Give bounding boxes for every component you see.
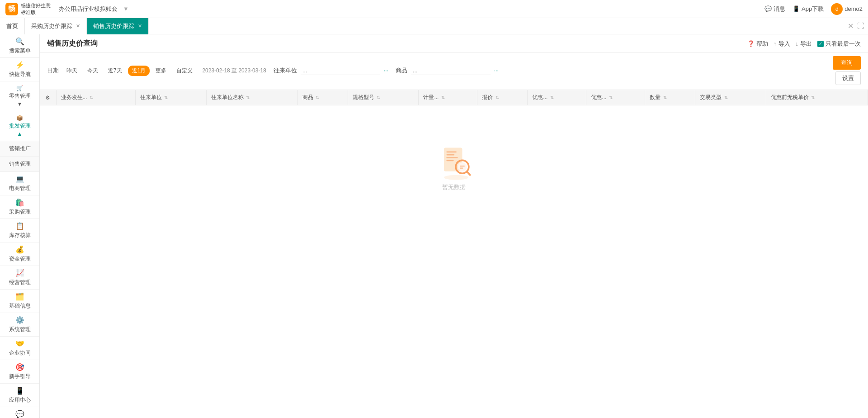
svg-rect-10 <box>460 168 463 169</box>
product-input[interactable] <box>411 66 491 75</box>
data-table: ⚙ 业务发生... ⇅ 往来单位 ⇅ 往来单位名称 ⇅ <box>40 90 868 105</box>
export-btn[interactable]: ↓ 导出 <box>796 40 812 48</box>
main-layout: 🔍 搜索菜单 ⚡ 快捷导航 🛒 零售管理 ▼ 📦 批发管理 ▲ 营销推广 销售管… <box>0 34 868 418</box>
import-btn[interactable]: ↑ 导入 <box>774 40 790 48</box>
avatar: d <box>831 3 843 15</box>
sidebar-item-fund-mgmt[interactable]: 💰 资金管理 <box>0 242 39 266</box>
maximize-icon[interactable]: ⛶ <box>857 22 864 30</box>
marketing-label: 营销推广 <box>9 145 31 152</box>
tab-home-label: 首页 <box>6 22 18 30</box>
basic-info-label: 基础信息 <box>9 302 31 310</box>
tab-sales-history-close-icon[interactable]: ✕ <box>138 23 142 29</box>
svg-line-8 <box>467 171 470 175</box>
tab-home[interactable]: 首页 <box>0 18 25 34</box>
sidebar-item-new-guide[interactable]: 🎯 新手引导 <box>0 360 39 384</box>
only-last-checkbox[interactable]: ✓ 只看最后一次 <box>817 40 861 48</box>
purchase-mgmt-icon: 🛍️ <box>15 198 24 207</box>
system-mgmt-icon: ⚙️ <box>15 316 24 324</box>
date-btn-more[interactable]: 更多 <box>151 66 170 76</box>
sidebar-item-enterprise-wechat[interactable]: 💬 企业微信 <box>0 407 39 418</box>
tab-purchase-history[interactable]: 采购历史价跟踪 ✕ <box>25 18 87 34</box>
date-btn-7days[interactable]: 近7天 <box>104 66 126 76</box>
sidebar-item-app-center[interactable]: 📱 应用中心 <box>0 384 39 407</box>
date-btn-today[interactable]: 今天 <box>83 66 102 76</box>
message-btn[interactable]: 💬 消息 <box>764 5 785 13</box>
dropdown-arrow-icon[interactable]: ▼ <box>123 5 129 12</box>
product-more-btn[interactable]: ··· <box>494 67 499 74</box>
sidebar-item-quick-nav[interactable]: ⚡ 快捷导航 <box>0 58 39 81</box>
ops-mgmt-icon: 📈 <box>15 269 24 277</box>
user-area[interactable]: d demo2 <box>831 3 863 15</box>
empty-text: 暂无数据 <box>442 183 466 191</box>
sidebar-item-ops-mgmt[interactable]: 📈 经营管理 <box>0 266 39 290</box>
th-pre-discount-price[interactable]: 优惠前无税单价 ⇅ <box>766 90 868 105</box>
enterprise-collab-label: 企业协同 <box>9 349 31 357</box>
top-bar-left: 畅 畅捷信好生意 标准版 办公用品行业模拟账套 ▼ <box>5 2 129 15</box>
new-guide-icon: 🎯 <box>15 363 24 371</box>
svg-point-7 <box>458 162 467 171</box>
th-spec[interactable]: 规格型号 ⇅ <box>348 90 419 105</box>
date-range-display: 2023-02-18 至 2023-03-18 <box>202 67 266 75</box>
th-product[interactable]: 商品 ⇅ <box>297 90 348 105</box>
th-gear[interactable]: ⚙ <box>40 90 56 105</box>
sort-arrows-quote: ⇅ <box>495 95 499 100</box>
sidebar-item-system-mgmt[interactable]: ⚙️ 系统管理 <box>0 313 39 337</box>
sort-arrows-spec: ⇅ <box>377 95 380 100</box>
th-biz-date[interactable]: 业务发生... ⇅ <box>56 90 136 105</box>
date-btn-yesterday[interactable]: 昨天 <box>62 66 81 76</box>
date-btn-custom[interactable]: 自定义 <box>172 66 197 76</box>
close-tab-icon[interactable]: ✕ <box>848 22 854 30</box>
th-unit[interactable]: 计量... ⇅ <box>419 90 477 105</box>
th-discount2[interactable]: 优惠... ⇅ <box>586 90 645 105</box>
sidebar-item-retail-mgmt[interactable]: 🛒 零售管理 ▼ <box>0 81 39 111</box>
sort-arrows-counterpart-name: ⇅ <box>246 95 250 100</box>
settings-btn[interactable]: 设置 <box>835 71 861 85</box>
gear-icon[interactable]: ⚙ <box>45 95 50 101</box>
top-bar-right: 💬 消息 📱 App下载 d demo2 <box>764 3 863 15</box>
logo-icon: 畅 <box>5 3 18 15</box>
sidebar-item-search-menu[interactable]: 🔍 搜索菜单 <box>0 34 39 58</box>
th-counterpart[interactable]: 往来单位 ⇅ <box>136 90 207 105</box>
tab-purchase-history-close-icon[interactable]: ✕ <box>76 23 80 29</box>
system-title: 办公用品行业模拟账套 <box>59 5 118 13</box>
sidebar-item-ecommerce-mgmt[interactable]: 💻 电商管理 <box>0 172 39 195</box>
th-discount1[interactable]: 优惠... ⇅ <box>528 90 586 105</box>
page-header: 销售历史价查询 ❓ 帮助 ↑ 导入 ↓ 导出 ✓ <box>40 34 868 52</box>
wholesale-mgmt-arrow: ▲ <box>17 131 23 137</box>
th-trade-type[interactable]: 交易类型 ⇅ <box>695 90 766 105</box>
th-qty[interactable]: 数量 ⇅ <box>645 90 695 105</box>
sidebar-item-wholesale-mgmt[interactable]: 📦 批发管理 ▲ <box>0 111 39 141</box>
help-btn[interactable]: ❓ 帮助 <box>747 40 768 48</box>
th-counterpart-name[interactable]: 往来单位名称 ⇅ <box>206 90 297 105</box>
tab-sales-history[interactable]: 销售历史价跟踪 ✕ <box>87 18 149 34</box>
th-trade-type-label: 交易类型 <box>700 94 722 100</box>
filter-area: 日期 昨天 今天 近7天 近1月 更多 自定义 2023-02-18 至 202… <box>40 52 868 90</box>
date-buttons: 昨天 今天 近7天 近1月 更多 自定义 <box>62 66 197 76</box>
th-discount1-label: 优惠... <box>532 94 547 100</box>
counterpart-input[interactable] <box>301 66 380 75</box>
sidebar-item-inventory-check[interactable]: 📋 库存核算 <box>0 219 39 242</box>
sidebar-item-marketing[interactable]: 营销推广 <box>0 141 39 157</box>
sidebar-item-purchase-mgmt[interactable]: 🛍️ 采购管理 <box>0 195 39 219</box>
wholesale-mgmt-label: 批发管理 <box>9 122 31 130</box>
sidebar-item-sales-mgmt[interactable]: 销售管理 <box>0 157 39 172</box>
fund-mgmt-label: 资金管理 <box>9 255 31 263</box>
app-download-btn[interactable]: 📱 App下载 <box>793 5 824 13</box>
th-biz-date-label: 业务发生... <box>61 94 87 100</box>
tab-purchase-history-label: 采购历史价跟踪 <box>31 22 72 30</box>
th-counterpart-name-label: 往来单位名称 <box>211 94 244 100</box>
enterprise-collab-icon: 🤝 <box>15 339 24 348</box>
system-mgmt-label: 系统管理 <box>9 326 31 333</box>
counterpart-more-btn[interactable]: ··· <box>384 67 388 74</box>
search-btn[interactable]: 查询 <box>833 56 861 70</box>
th-pre-discount-price-label: 优惠前无税单价 <box>771 94 809 100</box>
svg-point-0 <box>444 175 468 180</box>
counterpart-filter-group: 往来单位 ··· <box>274 66 388 75</box>
sidebar-item-enterprise-collab[interactable]: 🤝 企业协同 <box>0 337 39 360</box>
sidebar-item-basic-info[interactable]: 🗂️ 基础信息 <box>0 290 39 313</box>
logo-text: 畅捷信好生意 标准版 <box>21 2 51 15</box>
sidebar: 🔍 搜索菜单 ⚡ 快捷导航 🛒 零售管理 ▼ 📦 批发管理 ▲ 营销推广 销售管… <box>0 34 40 418</box>
ecommerce-mgmt-label: 电商管理 <box>9 185 31 192</box>
th-quote[interactable]: 报价 ⇅ <box>477 90 528 105</box>
date-btn-1month[interactable]: 近1月 <box>128 66 150 76</box>
